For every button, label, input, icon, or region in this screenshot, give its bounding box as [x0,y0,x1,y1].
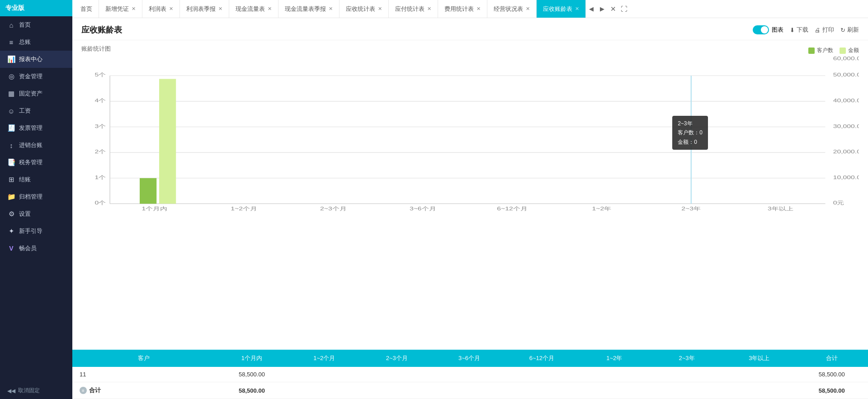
svg-text:60,000.00元: 60,000.00元 [833,56,859,61]
tab-ap-stat-label: 应付统计表 [395,5,425,13]
sidebar-item-sales[interactable]: ↕ 进销台账 [0,137,72,154]
total-612m [505,382,578,399]
sidebar-item-guide[interactable]: ✦ 新手引导 [0,223,72,240]
svg-text:4个: 4个 [95,98,106,103]
print-icon: 🖨 [815,27,821,33]
sidebar-item-label: 首页 [19,21,31,29]
refresh-btn[interactable]: ↻ 刷新 [840,26,859,34]
svg-text:2个: 2个 [95,149,106,154]
sidebar-item-label: 发票管理 [19,124,42,132]
tab-profit[interactable]: 利润表 ✕ [142,0,180,18]
tab-ar-aging-close[interactable]: ✕ [575,6,579,12]
cell-23m [360,367,433,382]
cell-36m [433,367,505,382]
legend-amount: 金额 [840,47,859,54]
download-btn[interactable]: ⬇ 下载 [790,26,808,34]
chart-toggle[interactable] [753,25,769,34]
salary-icon: ☺ [7,107,15,115]
total-23y [651,382,723,399]
sidebar-item-label: 税务管理 [19,158,42,166]
svg-text:0元: 0元 [833,200,844,206]
sidebar-item-salary[interactable]: ☺ 工资 [0,102,72,119]
page-title: 应收账龄表 [81,24,753,35]
sidebar-item-ledger[interactable]: ≡ 总账 [0,33,72,51]
tab-profit-quarter[interactable]: 利润表季报 ✕ [180,0,229,18]
sidebar-item-tax[interactable]: 📑 税务管理 [0,154,72,171]
member-icon: V [7,245,15,252]
tab-maximize[interactable]: ⛶ [618,4,629,14]
sidebar-item-label: 工资 [19,107,31,115]
tab-cashflow[interactable]: 现金流量表 ✕ [229,0,278,18]
tab-ap-stat-close[interactable]: ✕ [427,6,431,12]
tab-cashflow-close[interactable]: ✕ [268,6,272,12]
tab-new-voucher[interactable]: 新增凭证 ✕ [99,0,142,18]
total-icon: ≡ [80,387,87,394]
sidebar-item-funds[interactable]: ◎ 资金管理 [0,68,72,85]
tab-ar-stat[interactable]: 应收统计表 ✕ [340,0,389,18]
tab-profit-label: 利润表 [149,5,166,13]
tab-profit-quarter-label: 利润表季报 [186,5,216,13]
sidebar-item-close-account[interactable]: ⊞ 结账 [0,171,72,188]
svg-text:1~2个月: 1~2个月 [231,206,257,211]
tab-home-label: 首页 [80,5,92,13]
tab-ap-stat[interactable]: 应付统计表 ✕ [389,0,438,18]
tab-cashflow-quarter-close[interactable]: ✕ [329,6,333,12]
settings-icon: ⚙ [7,210,15,218]
sidebar-item-settings[interactable]: ⚙ 设置 [0,205,72,223]
svg-text:5个: 5个 [95,72,106,77]
col-36m: 3~6个月 [433,350,505,367]
tab-operation[interactable]: 经营状况表 ✕ [487,0,537,18]
svg-text:40,000.00元: 40,000.00元 [833,98,859,103]
tab-ar-stat-close[interactable]: ✕ [378,6,382,12]
home-icon: ⌂ [7,21,15,29]
cell-3yp [723,367,795,382]
tab-operation-close[interactable]: ✕ [526,6,530,12]
tab-profit-close[interactable]: ✕ [169,6,173,12]
legend-amount-label: 金额 [848,47,859,54]
sidebar-item-assets[interactable]: ▦ 固定资产 [0,85,72,102]
total-3yp [723,382,795,399]
tab-expense-stat[interactable]: 费用统计表 ✕ [438,0,487,18]
sidebar-item-home[interactable]: ⌂ 首页 [0,16,72,33]
sidebar-item-member[interactable]: V 畅会员 [0,240,72,257]
tab-new-voucher-close[interactable]: ✕ [132,6,136,12]
total-1m: 58,500.00 [216,382,288,399]
tab-profit-quarter-close[interactable]: ✕ [218,6,222,12]
tab-home[interactable]: 首页 [74,0,99,18]
tab-expense-stat-close[interactable]: ✕ [476,6,481,12]
svg-text:1~2年: 1~2年 [592,206,612,211]
assets-icon: ▦ [7,90,15,98]
col-3yp: 3年以上 [723,350,795,367]
sidebar-item-reports[interactable]: 📊 报表中心 [0,51,72,68]
tab-ar-aging[interactable]: 应收账龄表 ✕ [537,0,586,18]
cell-612m [505,367,578,382]
chart-area: 账龄统计图 客户数 金额 0个 1个 2个 3个 4个 [72,40,868,350]
tab-cashflow-quarter[interactable]: 现金流量表季报 ✕ [278,0,340,18]
pin-toggle[interactable]: ◀◀ 取消固定 [0,382,72,399]
chart-toggle-label: 图表 [772,26,783,34]
table-row: 11 58,500.00 58,500.00 [72,367,868,382]
total-12m [288,382,360,399]
tab-nav-prev[interactable]: ◀ [586,4,597,14]
print-btn[interactable]: 🖨 打印 [815,26,834,34]
total-36m [433,382,505,399]
sidebar-item-invoice[interactable]: 🧾 发票管理 [0,119,72,137]
tab-nav-next[interactable]: ▶ [597,4,608,14]
chart-toggle-wrap[interactable]: 图表 [753,25,783,34]
bar-1month-amount [159,79,176,204]
col-23m: 2~3个月 [360,350,433,367]
table-header-row: 客户 1个月内 1~2个月 2~3个月 3~6个月 6~12个月 1~2年 2~… [72,350,868,367]
col-total: 合计 [796,350,868,367]
tab-expense-stat-label: 费用统计表 [444,5,474,13]
total-total: 58,500.00 [796,382,868,399]
sidebar-item-archive[interactable]: 📁 归档管理 [0,188,72,205]
sales-icon: ↕ [7,142,15,149]
total-23m [360,382,433,399]
table-total-row: ≡ 合计 58,500.00 58,500.00 [72,382,868,399]
close-account-icon: ⊞ [7,176,15,184]
header-actions: 图表 ⬇ 下载 🖨 打印 ↻ 刷新 [753,25,859,34]
sidebar-item-label: 报表中心 [19,55,42,63]
sidebar-item-label: 总账 [19,38,31,46]
tab-close-all[interactable]: ✕ [608,4,618,14]
sidebar-item-label: 结账 [19,176,31,184]
